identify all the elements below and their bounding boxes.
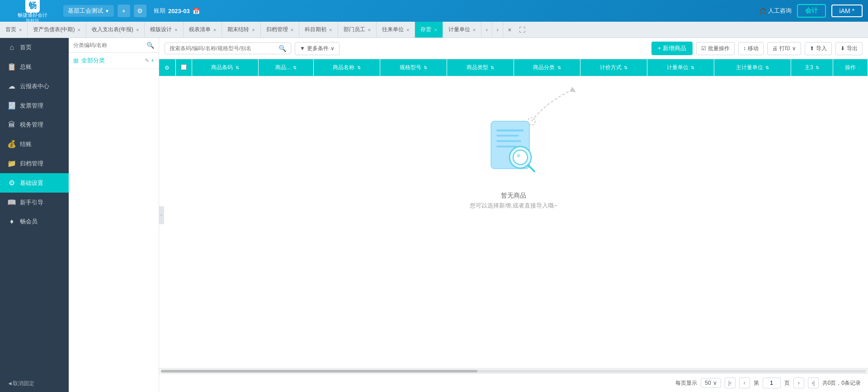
tab-period-end-close[interactable]: × <box>252 27 255 33</box>
tab-partner-close[interactable]: × <box>406 27 409 33</box>
add-tab-button[interactable]: + <box>118 5 130 17</box>
print-button[interactable]: 🖨 打印 ∨ <box>767 42 801 55</box>
th-col3[interactable]: 主3 ⇅ <box>791 59 833 76</box>
scrollbar-thumb[interactable] <box>161 370 477 373</box>
tab-inventory[interactable]: 存货 × <box>415 22 443 38</box>
tab-tax-close[interactable]: × <box>213 27 216 33</box>
th-config[interactable]: ⚙ <box>159 59 175 76</box>
th-actions: 操作 <box>833 59 868 76</box>
tab-subject-init[interactable]: 科目期初 × <box>299 22 338 38</box>
category-all[interactable]: ⊞ 全部分类 ✎ + <box>69 53 159 69</box>
filter-button[interactable]: ▼ 更多条件 ∨ <box>295 42 340 55</box>
iam-button[interactable]: iAM * <box>831 5 863 17</box>
page-last-button[interactable]: ›| <box>808 378 819 388</box>
company-selector[interactable]: 基层工会测试 ▼ <box>63 5 114 17</box>
th-name[interactable]: 商品名称 ⇅ <box>313 59 380 76</box>
category-search-icon[interactable]: 🔍 <box>146 42 154 49</box>
th-barcode[interactable]: 商品条码 ⇅ <box>192 59 259 76</box>
tab-income-close[interactable]: × <box>136 27 139 33</box>
th-category[interactable]: 商品分类 ⇅ <box>514 59 580 76</box>
th-barcode-sort[interactable]: ⇅ <box>236 65 239 70</box>
tab-partner[interactable]: 往来单位 × <box>377 22 415 38</box>
th-name-sort[interactable]: ⇅ <box>357 65 361 70</box>
tab-template[interactable]: 模版设计 × <box>145 22 183 38</box>
tab-balance[interactable]: 资产负债表(中期) × <box>28 22 86 38</box>
right-panel: 🔍 ▼ 更多条件 ∨ + 新增商品 ☑ 批量操作 ↕ 移动 <box>159 38 868 392</box>
th-price-mode[interactable]: 计价方式 ⇅ <box>580 59 647 76</box>
horizontal-scrollbar[interactable] <box>159 368 868 373</box>
sidebar-item-ledger[interactable]: 📋 总账 <box>0 57 69 76</box>
tab-tax[interactable]: 税表清单 × <box>184 22 222 38</box>
tab-period-end[interactable]: 期末结转 × <box>222 22 260 38</box>
th-unit-sort[interactable]: ⇅ <box>691 65 694 70</box>
tab-home[interactable]: 首页 × <box>0 22 28 38</box>
move-button[interactable]: ↕ 移动 <box>738 42 764 55</box>
import-button[interactable]: ⬆ 导入 <box>805 42 832 55</box>
invoice-icon: 🧾 <box>7 101 16 110</box>
tab-archive[interactable]: 归档管理 × <box>261 22 299 38</box>
sidebar-unpin-button[interactable]: ◄取消固定 <box>0 375 69 392</box>
sidebar-item-archive[interactable]: 📁 归档管理 <box>0 154 69 173</box>
th-main-unit-label: 主计量单位 <box>736 64 763 71</box>
kuaiji-button[interactable]: 会计 <box>797 4 826 18</box>
per-page-value: 50 <box>705 380 711 386</box>
sidebar-item-invoice[interactable]: 🧾 发票管理 <box>0 96 69 115</box>
tab-expand-button[interactable]: ⛶ <box>516 22 528 38</box>
support-button[interactable]: 🎧 人工咨询 <box>759 7 792 15</box>
calendar-icon[interactable]: 📅 <box>193 8 200 14</box>
th-code[interactable]: 商品... ⇅ <box>259 59 313 76</box>
tab-subject-init-close[interactable]: × <box>329 27 332 33</box>
th-category-label: 商品分类 <box>533 64 555 71</box>
th-type[interactable]: 商品类型 ⇅ <box>447 59 514 76</box>
th-price-mode-sort[interactable]: ⇅ <box>624 65 627 70</box>
sidebar-item-report[interactable]: ☁ 云报表中心 <box>0 76 69 96</box>
sidebar-item-guide[interactable]: 📖 新手引导 <box>0 193 69 212</box>
th-spec[interactable]: 规格型号 ⇅ <box>380 59 447 76</box>
tab-archive-close[interactable]: × <box>291 27 293 33</box>
tab-inventory-close[interactable]: × <box>434 27 437 33</box>
th-code-sort[interactable]: ⇅ <box>293 65 297 70</box>
scrollbar-track[interactable] <box>161 370 866 373</box>
select-all-checkbox[interactable] <box>181 64 187 70</box>
tab-dept-close[interactable]: × <box>368 27 371 33</box>
sidebar-item-member[interactable]: ♦ 畅会员 <box>0 212 69 231</box>
page-prev-button[interactable]: ‹ <box>739 378 750 388</box>
tab-income[interactable]: 收入支出表(年报) × <box>86 22 145 38</box>
tab-prev-button[interactable]: ‹ <box>481 22 492 38</box>
sidebar-item-home[interactable]: ⌂ 首页 <box>0 38 69 57</box>
product-search-input[interactable] <box>170 45 276 52</box>
add-product-button[interactable]: + 新增商品 <box>651 42 693 55</box>
tab-next-button[interactable]: › <box>492 22 503 38</box>
sidebar-item-settle[interactable]: 💰 结账 <box>0 134 69 154</box>
page-first-button[interactable]: |‹ <box>725 378 736 388</box>
settings-icon[interactable]: ⚙ <box>134 5 146 17</box>
tab-dept[interactable]: 部门员工 × <box>338 22 377 38</box>
th-unit[interactable]: 计量单位 ⇅ <box>647 59 714 76</box>
th-type-sort[interactable]: ⇅ <box>491 65 494 70</box>
page-number-input[interactable]: 1 <box>763 378 781 388</box>
sidebar-item-settings[interactable]: ⚙ 基础设置 <box>0 173 69 193</box>
tab-unit[interactable]: 计量单位 × <box>443 22 481 38</box>
guide-icon: 📖 <box>7 198 16 207</box>
product-search-icon[interactable]: 🔍 <box>278 45 286 52</box>
tab-template-close[interactable]: × <box>175 27 177 33</box>
tab-unit-close[interactable]: × <box>473 27 476 33</box>
add-category-icon[interactable]: + <box>151 57 154 64</box>
th-checkbox[interactable] <box>175 59 192 76</box>
tab-home-close[interactable]: × <box>19 27 22 33</box>
page-next-button[interactable]: › <box>793 378 804 388</box>
left-panel-collapse-button[interactable]: ‹ <box>159 206 164 224</box>
per-page-selector[interactable]: 50 ∨ <box>701 378 721 388</box>
edit-category-icon[interactable]: ✎ <box>145 57 149 64</box>
th-col3-sort[interactable]: ⇅ <box>816 65 819 70</box>
category-search-input[interactable] <box>73 42 144 48</box>
export-button[interactable]: ⬇ 导出 <box>835 42 863 55</box>
batch-button[interactable]: ☑ 批量操作 <box>696 42 735 55</box>
tab-balance-close[interactable]: × <box>77 27 80 33</box>
th-main-unit-sort[interactable]: ⇅ <box>765 65 769 70</box>
sidebar-item-tax[interactable]: 🏛 税务管理 <box>0 115 69 134</box>
th-main-unit[interactable]: 主计量单位 ⇅ <box>714 59 791 76</box>
tab-close-all-button[interactable]: × <box>503 22 516 38</box>
th-category-sort[interactable]: ⇅ <box>557 65 561 70</box>
th-spec-sort[interactable]: ⇅ <box>424 65 427 70</box>
